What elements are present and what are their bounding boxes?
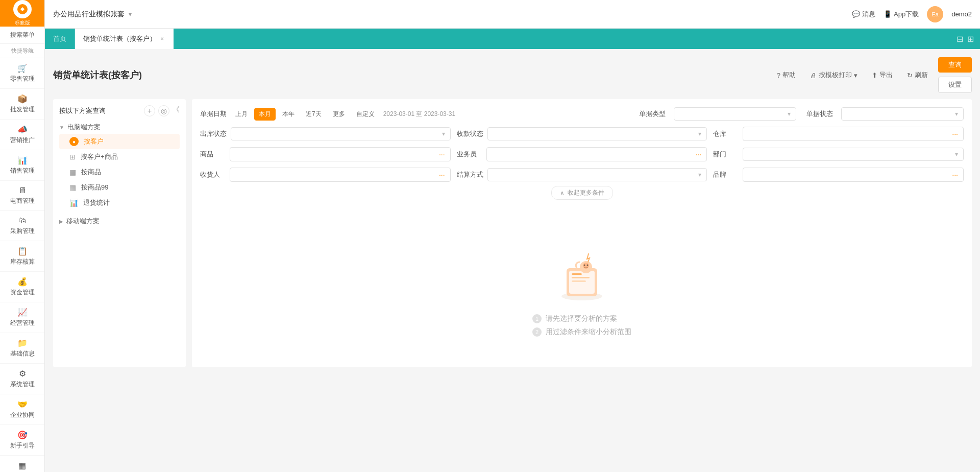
print-icon: 🖨 (810, 72, 817, 79)
tip-num-2: 2 (532, 327, 542, 337)
refresh-button[interactable]: ↻ 刷新 (903, 68, 932, 82)
minimize-icon[interactable]: ⊟ (957, 34, 963, 44)
receipt-status-input[interactable]: ▾ (487, 127, 707, 140)
filter-panel: 单据日期 上月 本月 本年 近7天 更多 自定义 2023-03-01 至 20… (192, 99, 972, 212)
scheme-item-by-customer[interactable]: ● 按客户 (59, 134, 180, 149)
export-button[interactable]: ⬆ 导出 (868, 68, 897, 82)
salesperson-input[interactable]: ··· (486, 147, 707, 161)
settings-button[interactable]: 设置 (938, 77, 972, 93)
receiver-input[interactable]: ··· (230, 168, 451, 182)
sidebar-item-operation[interactable]: 📈 经营管理 (0, 302, 44, 333)
empty-tip-2: 2 用过滤条件来缩小分析范围 (532, 327, 631, 337)
empty-state: 1 请先选择要分析的方案 2 用过滤条件来缩小分析范围 (192, 212, 972, 367)
sidebar-item-inventory[interactable]: 📋 库存核算 (0, 241, 44, 272)
tab-sales-stat[interactable]: 销货单统计表（按客户） × (75, 29, 174, 49)
sidebar-item-marketing[interactable]: 📣 营销推广 (0, 120, 44, 150)
scheme-group-mobile-label: 移动端方案 (66, 217, 100, 226)
sidebar-item-retail[interactable]: 🛒 零售管理 (0, 58, 44, 89)
scheme-panel: 按以下方案查询 + ◎ 《 ▼ 电脑端方案 ● 按客户 (53, 99, 186, 367)
sidebar-item-label: 批发管理 (10, 105, 35, 114)
sidebar: 标账版 搜索菜单 快捷导航 🛒 零售管理 📦 批发管理 📣 营销推广 📊 销售管… (0, 0, 45, 472)
scheme-item-return-stat[interactable]: 📊 退货统计 (59, 195, 180, 210)
warehouse-input[interactable]: ··· (743, 127, 964, 141)
scheme-group-mobile-title[interactable]: ▶ 移动端方案 (59, 215, 180, 228)
scheme-collapse-button[interactable]: 《 (173, 105, 180, 116)
department-input[interactable]: ▾ (743, 148, 964, 161)
help-button[interactable]: ? 帮助 (773, 68, 800, 82)
scheme-item-by-customer-product[interactable]: ⊞ 按客户+商品 (59, 149, 180, 164)
print-button[interactable]: 🖨 按模板打印 ▾ (806, 68, 862, 82)
scheme-add-button[interactable]: + (144, 105, 155, 116)
brand-input[interactable]: ··· (743, 168, 964, 182)
doc-status-arrow-icon: ▾ (955, 110, 958, 117)
filter-date-row: 单据日期 上月 本月 本年 近7天 更多 自定义 2023-03-01 至 20… (200, 107, 964, 121)
help-icon: ? (777, 72, 780, 79)
date-last-month-btn[interactable]: 上月 (231, 108, 252, 121)
message-button[interactable]: 💬 消息 (852, 10, 875, 19)
filter-product-item: 商品 ··· (200, 147, 451, 161)
warehouse-dots-icon: ··· (952, 130, 958, 138)
app-download-button[interactable]: 📱 App下载 (884, 10, 919, 19)
receipt-status-arrow-icon: ▾ (698, 130, 701, 137)
scheme-settings-button[interactable]: ◎ (158, 105, 169, 116)
scheme-item-by-product99[interactable]: ▦ 按商品99 (59, 180, 180, 195)
scheme-group-desktop: ▼ 电脑端方案 ● 按客户 ⊞ 按客户+商品 ▦ 按商品 (59, 121, 180, 210)
date-this-year-btn[interactable]: 本年 (278, 108, 299, 121)
doc-type-label: 单据类型 (639, 109, 666, 119)
tab-home[interactable]: 首页 (45, 29, 75, 49)
out-status-label: 出库状态 (200, 129, 227, 138)
search-label: 搜索菜单 (10, 31, 35, 39)
sidebar-item-finance[interactable]: 💰 资金管理 (0, 272, 44, 302)
sidebar-item-collab[interactable]: 🤝 企业协同 (0, 394, 44, 425)
scheme-group-mobile: ▶ 移动端方案 (59, 215, 180, 228)
sidebar-item-guide[interactable]: 🎯 新手引导 (0, 425, 44, 456)
topbar-dropdown-icon[interactable]: ▾ (129, 11, 132, 18)
scheme-item-label: 退货统计 (83, 198, 110, 207)
date-this-month-btn[interactable]: 本月 (254, 108, 276, 121)
query-button[interactable]: 查询 (938, 57, 972, 73)
right-area: 单据日期 上月 本月 本年 近7天 更多 自定义 2023-03-01 至 20… (192, 99, 972, 367)
sidebar-item-system[interactable]: ⚙ 系统管理 (0, 364, 44, 394)
collapse-conditions-button[interactable]: ∧ 收起更多条件 (551, 186, 613, 200)
main-content: 按以下方案查询 + ◎ 《 ▼ 电脑端方案 ● 按客户 (53, 99, 972, 367)
svg-rect-6 (572, 280, 586, 282)
scheme-item-by-product[interactable]: ▦ 按商品 (59, 164, 180, 180)
payment-input[interactable]: ▾ (487, 168, 707, 181)
message-icon: 💬 (852, 10, 860, 18)
tip-num-1: 1 (532, 314, 542, 323)
collapse-up-icon: ∧ (560, 190, 565, 197)
maximize-icon[interactable]: ⊞ (967, 34, 974, 44)
tab-close-icon[interactable]: × (159, 34, 165, 43)
doc-status-input[interactable]: ▾ (841, 107, 964, 121)
search-menu-item[interactable]: 搜索菜单 (0, 27, 44, 44)
salesperson-label: 业务员 (457, 150, 482, 159)
filter-row-3: 商品 ··· 业务员 ··· (200, 147, 964, 161)
sidebar-item-ecommerce[interactable]: 🖥 电商管理 (0, 181, 44, 211)
payment-arrow-icon: ▾ (698, 171, 701, 178)
scheme-group-desktop-title[interactable]: ▼ 电脑端方案 (59, 121, 180, 134)
empty-tip-1: 1 请先选择要分析的方案 (532, 314, 631, 323)
sidebar-item-app-center[interactable]: ▦ 应用中心 (0, 456, 44, 472)
user-avatar[interactable]: Ea (927, 6, 943, 22)
scheme-title: 按以下方案查询 (59, 106, 106, 115)
sidebar-item-label: 企业协同 (10, 411, 35, 419)
print-arrow-icon: ▾ (854, 72, 857, 79)
sidebar-item-wholesale[interactable]: 📦 批发管理 (0, 89, 44, 120)
sidebar-item-label: 销售管理 (10, 167, 35, 175)
date-range-display: 2023-03-01 至 2023-03-31 (383, 110, 455, 119)
sidebar-item-sales[interactable]: 📊 销售管理 (0, 150, 44, 181)
sidebar-item-purchase[interactable]: 🛍 采购管理 (0, 211, 44, 241)
sidebar-item-label: 营销推广 (10, 136, 35, 145)
date-custom-btn[interactable]: 自定义 (352, 108, 379, 121)
date-7days-btn[interactable]: 近7天 (301, 108, 326, 121)
sidebar-item-basic-info[interactable]: 📁 基础信息 (0, 333, 44, 364)
topbar: 办公用品行业模拟账套 ▾ 💬 消息 📱 App下载 Ea demo2 (45, 0, 980, 29)
out-status-input[interactable]: ▾ (231, 127, 451, 140)
export-label: 导出 (879, 70, 893, 80)
user-name: demo2 (951, 10, 972, 18)
quick-nav-item[interactable]: 快捷导航 (0, 44, 44, 58)
product-input[interactable]: ··· (230, 147, 451, 161)
doc-type-input[interactable]: ▾ (674, 107, 796, 121)
filter-date-item: 单据日期 上月 本月 本年 近7天 更多 自定义 2023-03-01 至 20… (200, 107, 964, 121)
date-more-btn[interactable]: 更多 (328, 108, 350, 121)
